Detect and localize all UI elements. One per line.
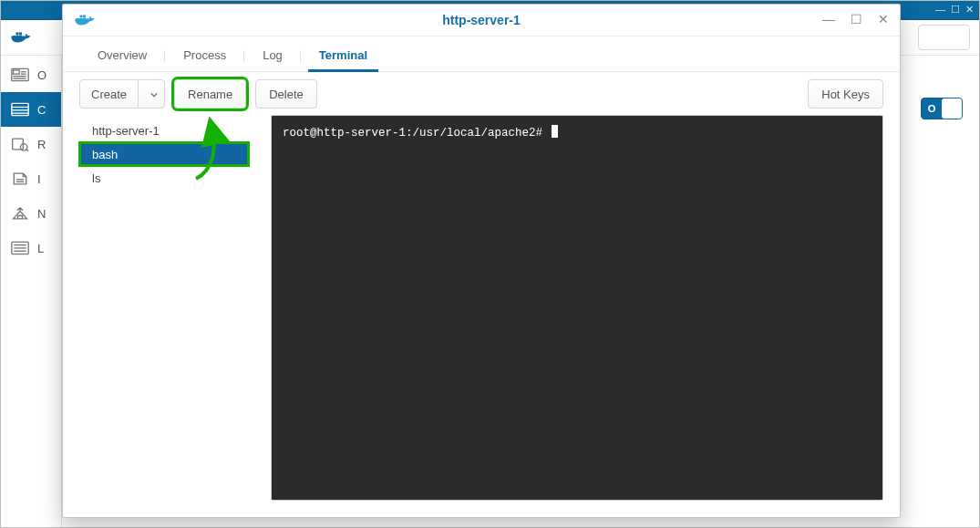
bg-maximize-icon[interactable]: ☐: [951, 4, 960, 16]
rename-button[interactable]: Rename: [174, 79, 246, 109]
terminal-session-item[interactable]: ls: [79, 166, 249, 190]
log-icon: [10, 240, 30, 256]
hotkeys-label: Hot Keys: [821, 88, 870, 101]
sidebar-item-image[interactable]: I: [1, 161, 61, 196]
docker-logo-icon: [74, 12, 96, 28]
dialog-title: http-server-1: [442, 13, 521, 27]
tab-terminal[interactable]: Terminal: [301, 39, 386, 71]
sidebar-item-registry[interactable]: R: [1, 127, 61, 161]
svg-rect-6: [14, 70, 20, 74]
toggle-on-label: O: [922, 98, 942, 119]
background-window-buttons: — ☐ ✕: [935, 4, 974, 16]
terminal-session-list: http-server-1 bash ls: [79, 115, 249, 501]
delete-button[interactable]: Delete: [255, 79, 317, 109]
create-dropdown-caret[interactable]: [144, 80, 164, 108]
background-sidebar: O C R I N L: [1, 54, 62, 527]
toggle-knob: [942, 98, 962, 119]
sidebar-item-network[interactable]: N: [1, 196, 61, 231]
running-toggle[interactable]: O: [921, 98, 963, 119]
tab-process[interactable]: Process: [165, 39, 244, 71]
create-button[interactable]: Create: [79, 79, 165, 109]
dialog-window-controls: — ☐ ✕: [820, 10, 892, 28]
sidebar-item-label: L: [37, 242, 44, 255]
network-icon: [10, 205, 30, 222]
tab-overview[interactable]: Overview: [79, 39, 165, 71]
dialog-body: http-server-1 bash ls root@http-server-1…: [63, 115, 900, 508]
sidebar-item-overview[interactable]: O: [1, 57, 61, 92]
svg-rect-4: [19, 33, 22, 36]
bg-close-icon[interactable]: ✕: [965, 4, 974, 16]
terminal-session-item[interactable]: http-server-1: [79, 119, 249, 142]
terminal-session-item-selected[interactable]: bash: [79, 142, 249, 166]
chevron-down-icon: [150, 88, 158, 101]
dialog-titlebar[interactable]: http-server-1 — ☐ ✕: [63, 5, 900, 36]
terminal-cursor-icon: [552, 125, 558, 138]
maximize-button[interactable]: ☐: [847, 10, 865, 28]
svg-rect-29: [83, 16, 86, 18]
sidebar-item-label: I: [37, 172, 41, 186]
sidebar-item-label: R: [37, 138, 46, 151]
rename-button-label: Rename: [188, 88, 232, 101]
overview-icon: [10, 67, 30, 83]
sidebar-item-label: N: [37, 207, 46, 221]
sidebar-item-container[interactable]: C: [1, 92, 61, 127]
dialog-toolbar: Create Rename Delete Hot Keys: [63, 72, 900, 116]
container-icon: [10, 101, 30, 118]
minimize-button[interactable]: —: [820, 10, 838, 28]
svg-rect-28: [80, 16, 83, 18]
docker-logo-icon: [10, 29, 32, 46]
terminal-output-panel[interactable]: root@http-server-1:/usr/local/apache2#: [271, 115, 883, 501]
image-icon: [10, 171, 30, 187]
svg-rect-3: [16, 33, 19, 36]
close-button[interactable]: ✕: [874, 10, 892, 28]
delete-button-label: Delete: [269, 88, 304, 101]
sidebar-item-label: O: [37, 68, 46, 82]
sidebar-item-label: C: [37, 103, 46, 117]
dialog-tabs: Overview Process Log Terminal: [63, 36, 900, 72]
svg-line-17: [26, 150, 29, 151]
registry-icon: [10, 136, 30, 152]
create-button-label: Create: [80, 80, 139, 108]
hotkeys-button[interactable]: Hot Keys: [808, 79, 883, 109]
sidebar-item-log[interactable]: L: [1, 231, 61, 265]
bg-minimize-icon[interactable]: —: [935, 4, 945, 16]
terminal-prompt: root@http-server-1:/usr/local/apache2#: [283, 127, 550, 140]
background-search-input[interactable]: [918, 25, 970, 50]
container-terminal-dialog: http-server-1 — ☐ ✕ Overview Process Log…: [62, 4, 901, 518]
tab-log[interactable]: Log: [244, 39, 301, 71]
